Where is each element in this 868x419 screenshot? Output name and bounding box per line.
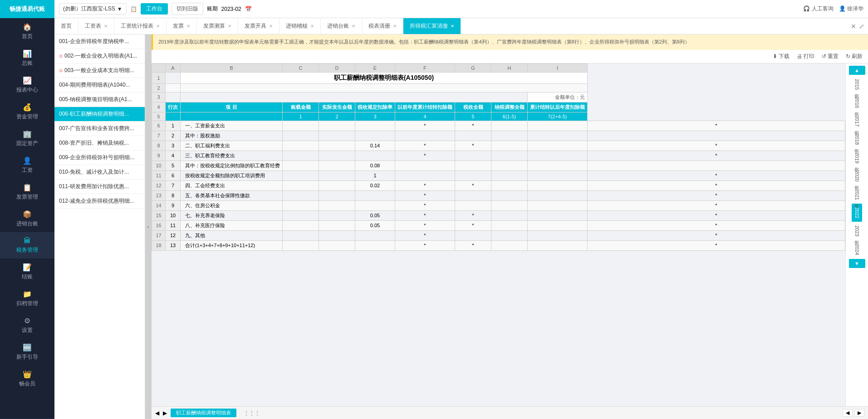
data-cell-r12-c7[interactable] bbox=[491, 180, 528, 190]
data-cell-r13-c5[interactable]: * bbox=[395, 190, 455, 200]
data-cell-r13-c2[interactable] bbox=[283, 190, 319, 200]
tab-close-icon[interactable]: ✕ bbox=[104, 24, 108, 29]
data-cell-r15-c1[interactable]: 七、补充养老保险 bbox=[181, 210, 283, 220]
expand-icon[interactable]: ⤢ bbox=[859, 23, 864, 30]
data-cell-r9-c9[interactable]: * bbox=[588, 151, 845, 161]
data-cell-r6-c4[interactable] bbox=[355, 121, 395, 131]
data-cell-r8-c6[interactable]: * bbox=[455, 141, 491, 151]
left-menu-item-010[interactable]: 010-免税、减计收入及加计... bbox=[54, 165, 145, 180]
tab-税表清册[interactable]: 税表清册✕ bbox=[362, 18, 403, 34]
data-cell-r16-c5[interactable]: * bbox=[395, 220, 455, 230]
data-cell-r12-c1[interactable]: 四、工会经费支出 bbox=[181, 180, 283, 190]
company-selector[interactable]: (勿删）江西股宝-LSS ▼ bbox=[59, 3, 127, 15]
data-cell-r17-c0[interactable]: 12 bbox=[166, 230, 181, 240]
bottom-tab[interactable]: 职工薪酬纳税调整明细表 bbox=[171, 409, 236, 417]
data-cell-r14-c9[interactable]: * bbox=[588, 200, 845, 210]
data-cell-r13-c8[interactable] bbox=[528, 190, 588, 200]
sheet-cell[interactable] bbox=[166, 72, 181, 83]
data-cell-r17-c9[interactable]: * bbox=[588, 230, 845, 240]
year-item-2015年[interactable]: 2015年 bbox=[852, 75, 862, 93]
data-cell-r9-c0[interactable]: 4 bbox=[166, 151, 181, 161]
tab-close-icon[interactable]: ✕ bbox=[186, 24, 190, 29]
data-cell-r11-c8[interactable] bbox=[528, 171, 588, 180]
data-cell-r18-c5[interactable]: * bbox=[395, 240, 455, 250]
data-cell-r6-c1[interactable]: 一、工资薪金支出 bbox=[181, 121, 283, 131]
data-cell-r10-c6[interactable] bbox=[455, 161, 491, 171]
tab-close-icon[interactable]: ✕ bbox=[451, 24, 454, 29]
left-menu-item-012[interactable]: 012-减免企业所得税优惠明细... bbox=[54, 194, 145, 209]
data-cell-r6-c5[interactable]: * bbox=[395, 121, 455, 131]
data-cell-r15-c3[interactable] bbox=[319, 210, 355, 220]
data-cell-r6-c6[interactable]: * bbox=[455, 121, 491, 131]
data-cell-r6-c3[interactable] bbox=[319, 121, 355, 131]
sidebar-item-进销台账[interactable]: 📦进销台账 bbox=[0, 205, 54, 232]
data-cell-r15-c2[interactable] bbox=[283, 210, 319, 220]
service-link[interactable]: 🎧 人工客询 bbox=[803, 5, 833, 13]
data-cell-r15-c4[interactable]: 0.05 bbox=[355, 210, 395, 220]
tab-发票测算[interactable]: 发票测算✕ bbox=[197, 18, 238, 34]
data-cell-r15-c9[interactable]: * bbox=[588, 210, 845, 220]
year-item-2022年[interactable]: 2022年 bbox=[852, 204, 862, 222]
data-cell-r8-c0[interactable]: 3 bbox=[166, 141, 181, 151]
data-cell-r18-c6[interactable]: * bbox=[455, 240, 491, 250]
copy-icon[interactable]: 📋 bbox=[130, 6, 137, 12]
data-cell-r18-c0[interactable]: 13 bbox=[166, 240, 181, 250]
data-cell-r8-c3[interactable] bbox=[319, 141, 355, 151]
data-cell-r18-c7[interactable] bbox=[491, 240, 528, 250]
year-item-2023年[interactable]: 2023年 bbox=[852, 222, 862, 240]
data-cell-r14-c8[interactable] bbox=[528, 200, 588, 210]
year-nav-up[interactable]: ▲ bbox=[849, 66, 865, 75]
data-cell-r7-c6[interactable] bbox=[455, 131, 491, 141]
data-cell-r11-c0[interactable]: 6 bbox=[166, 171, 181, 180]
data-cell-r10-c5[interactable] bbox=[395, 161, 455, 171]
data-cell-r16-c4[interactable]: 0.05 bbox=[355, 220, 395, 230]
data-cell-r6-c0[interactable]: 1 bbox=[166, 121, 181, 131]
data-cell-r16-c2[interactable] bbox=[283, 220, 319, 230]
data-cell-r12-c4[interactable]: 0.02 bbox=[355, 180, 395, 190]
data-cell-r7-c7[interactable] bbox=[491, 131, 528, 141]
tab-工资统计报表[interactable]: 工资统计报表✕ bbox=[114, 18, 167, 34]
nav-next-icon[interactable]: ▶ bbox=[163, 410, 167, 416]
year-item-2020年[interactable]: 2020年 bbox=[852, 167, 862, 185]
data-cell-r11-c1[interactable]: 按税收规定全额扣除的职工培训费用 bbox=[181, 171, 283, 180]
download-button[interactable]: ⬇ 下载 bbox=[773, 53, 790, 60]
data-cell-r10-c0[interactable]: 5 bbox=[166, 161, 181, 171]
data-cell-r7-c9[interactable] bbox=[588, 131, 845, 141]
data-cell-r9-c1[interactable]: 三、职工教育经费支出 bbox=[181, 151, 283, 161]
sidebar-item-固定资产[interactable]: 🏢固定资产 bbox=[0, 125, 54, 152]
data-cell-r13-c7[interactable] bbox=[491, 190, 528, 200]
data-cell-r7-c8[interactable] bbox=[528, 131, 588, 141]
sidebar-item-畅会员[interactable]: 👑畅会员 bbox=[0, 365, 54, 392]
data-cell-r12-c9[interactable]: * bbox=[588, 180, 845, 190]
data-cell-r14-c6[interactable] bbox=[455, 200, 491, 210]
sidebar-item-报表中心[interactable]: 📈报表中心 bbox=[0, 72, 54, 98]
data-cell-r11-c4[interactable]: 1 bbox=[355, 171, 395, 180]
sidebar-item-结账[interactable]: 📝结账 bbox=[0, 258, 54, 285]
data-cell-r17-c8[interactable] bbox=[528, 230, 588, 240]
tab-close-icon[interactable]: ✕ bbox=[156, 24, 160, 29]
data-cell-r13-c1[interactable]: 五、各类基本社会保障性缴款 bbox=[181, 190, 283, 200]
data-cell-r9-c7[interactable] bbox=[491, 151, 528, 161]
data-cell-r6-c9[interactable]: * bbox=[588, 121, 845, 131]
data-cell-r11-c6[interactable] bbox=[455, 171, 491, 180]
data-cell-r18-c8[interactable] bbox=[528, 240, 588, 250]
data-cell-r18-c1[interactable]: 合计(1+3+4+7+8+9+10+11+12) bbox=[181, 240, 283, 250]
data-cell-r6-c2[interactable] bbox=[283, 121, 319, 131]
sidebar-item-工资[interactable]: 👤工资 bbox=[0, 152, 54, 179]
data-cell-r8-c5[interactable]: * bbox=[395, 141, 455, 151]
left-menu-item-004[interactable]: 004-期间费用明细表(A1040... bbox=[54, 78, 145, 93]
sidebar-item-发票管理[interactable]: 📋发票管理 bbox=[0, 179, 54, 205]
data-cell-r16-c0[interactable]: 11 bbox=[166, 220, 181, 230]
data-cell-r12-c5[interactable]: * bbox=[395, 180, 455, 190]
user-avatar[interactable]: 👤 徐泽华 bbox=[839, 5, 863, 13]
data-cell-r14-c3[interactable] bbox=[319, 200, 355, 210]
calendar-icon[interactable]: 📅 bbox=[245, 6, 252, 12]
year-item-2018年[interactable]: 2018年 bbox=[852, 130, 862, 148]
refresh-button[interactable]: ↻ 刷新 bbox=[846, 53, 863, 60]
data-cell-r8-c9[interactable]: * bbox=[588, 141, 845, 151]
data-cell-r9-c6[interactable] bbox=[455, 151, 491, 161]
year-item-2016年[interactable]: 2016年 bbox=[852, 93, 862, 112]
data-cell-r7-c0[interactable]: 2 bbox=[166, 131, 181, 141]
data-cell-r7-c3[interactable] bbox=[319, 131, 355, 141]
data-cell-r17-c4[interactable] bbox=[355, 230, 395, 240]
